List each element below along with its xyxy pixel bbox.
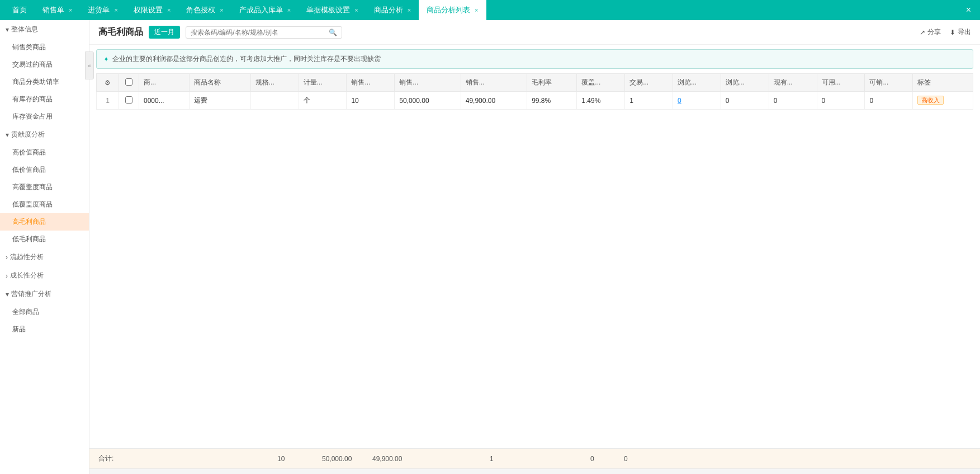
col-trade: 交易... bbox=[625, 74, 673, 92]
sidebar-item-sales-goods[interactable]: 销售类商品 bbox=[0, 39, 89, 56]
nav-product-analysis[interactable]: 商品分析 × bbox=[366, 0, 419, 20]
nav-close-permission[interactable]: × bbox=[167, 7, 171, 13]
row-spec bbox=[250, 92, 299, 110]
sidebar-item-stock-goods[interactable]: 有库存的商品 bbox=[0, 91, 89, 108]
content-area: 高毛利商品 近一月 🔍 ↗ 分享 ⬇ 导出 ✦ 企业的主要的利润都是这部分商品创… bbox=[89, 20, 980, 474]
sidebar-item-new-products[interactable]: 新品 bbox=[0, 321, 89, 338]
nav-close-sales[interactable]: × bbox=[69, 7, 72, 13]
nav-permission-settings[interactable]: 权限设置 × bbox=[126, 0, 178, 20]
row-browse1[interactable]: 0 bbox=[673, 92, 721, 110]
chevron-down-icon-2: ▾ bbox=[6, 131, 9, 139]
nav-close-analysis-list[interactable]: × bbox=[475, 7, 478, 13]
nav-close-template[interactable]: × bbox=[354, 7, 358, 13]
sidebar-item-all-goods[interactable]: 全部商品 bbox=[0, 303, 89, 321]
footer-values: 10 50,000.00 49,900.00 1 0 0 bbox=[132, 455, 971, 463]
sidebar-item-high-margin[interactable]: 高毛利商品 bbox=[0, 213, 89, 231]
row-trade: 1 bbox=[625, 92, 673, 110]
sidebar: ▾ 整体信息 销售类商品 交易过的商品 商品分类助销率 有库存的商品 库存资金占… bbox=[0, 20, 89, 474]
export-button[interactable]: ⬇ 导出 bbox=[950, 27, 971, 37]
col-current-stock: 现有... bbox=[769, 74, 817, 92]
nav-template-settings[interactable]: 单据模板设置 × bbox=[299, 0, 366, 20]
time-filter-button[interactable]: 近一月 bbox=[149, 26, 180, 39]
footer-totals: 合计: 10 50,000.00 49,900.00 1 0 0 bbox=[89, 448, 980, 468]
chevron-right-icon-2: › bbox=[6, 272, 8, 280]
row-available: 0 bbox=[817, 92, 865, 110]
nav-close-inbound[interactable]: × bbox=[287, 7, 291, 13]
sidebar-group-contribution[interactable]: ▾ 贡献度分析 bbox=[0, 125, 89, 144]
footer-current-stock: 0 bbox=[586, 455, 619, 463]
row-saleable: 0 bbox=[865, 92, 913, 110]
sidebar-item-inventory-capital[interactable]: 库存资金占用 bbox=[0, 108, 89, 125]
footer-available: 0 bbox=[619, 455, 653, 463]
nav-close-purchase[interactable]: × bbox=[114, 7, 117, 13]
sidebar-group-growth[interactable]: › 成长性分析 bbox=[0, 266, 89, 285]
table-header-row: ⚙ 商... 商品名称 规格... 计量... 销售... 销售... 销售..… bbox=[97, 74, 973, 92]
col-tag: 标签 bbox=[913, 74, 973, 92]
col-browse1: 浏览... bbox=[673, 74, 721, 92]
row-checkbox[interactable] bbox=[119, 92, 139, 110]
col-unit: 计量... bbox=[299, 74, 347, 92]
col-browse2: 浏览... bbox=[721, 74, 769, 92]
row-sales-amount: 50,000.00 bbox=[395, 92, 461, 110]
sidebar-item-high-coverage[interactable]: 高覆盖度商品 bbox=[0, 179, 89, 196]
col-code: 商... bbox=[139, 74, 190, 92]
sidebar-group-overall-items: 销售类商品 交易过的商品 商品分类助销率 有库存的商品 库存资金占用 bbox=[0, 39, 89, 125]
nav-product-analysis-list[interactable]: 商品分析列表 × bbox=[419, 0, 486, 20]
select-all-checkbox[interactable] bbox=[125, 78, 132, 86]
row-unit: 个 bbox=[299, 92, 347, 110]
info-icon: ✦ bbox=[103, 55, 109, 63]
sidebar-item-low-coverage[interactable]: 低覆盖度商品 bbox=[0, 196, 89, 213]
row-num: 1 bbox=[97, 92, 119, 110]
nav-role-auth[interactable]: 角色授权 × bbox=[178, 0, 231, 20]
footer-sales-profit: 49,900.00 bbox=[368, 455, 418, 463]
sidebar-group-marketing[interactable]: ▾ 营销推广分析 bbox=[0, 285, 89, 303]
row-code: 0000... bbox=[139, 92, 190, 110]
row-coverage: 1.49% bbox=[577, 92, 625, 110]
chevron-down-icon: ▾ bbox=[6, 26, 9, 34]
data-table-container: ⚙ 商... 商品名称 规格... 计量... 销售... 销售... 销售..… bbox=[96, 73, 973, 448]
row-browse2: 0 bbox=[721, 92, 769, 110]
row-tag: 高收入 bbox=[913, 92, 973, 110]
search-box[interactable]: 🔍 bbox=[186, 26, 342, 39]
row-current-stock: 0 bbox=[769, 92, 817, 110]
content-header: 高毛利商品 近一月 🔍 ↗ 分享 ⬇ 导出 bbox=[89, 20, 980, 45]
nav-close-analysis[interactable]: × bbox=[408, 7, 411, 13]
col-spec: 规格... bbox=[250, 74, 299, 92]
sidebar-item-traded-goods[interactable]: 交易过的商品 bbox=[0, 56, 89, 73]
table-row: 1 0000... 运费 个 10 50,000.00 49,900.00 99… bbox=[97, 92, 973, 110]
sidebar-group-overall[interactable]: ▾ 整体信息 bbox=[0, 20, 89, 39]
footer-sales-amount: 50,000.00 bbox=[318, 455, 368, 463]
col-name: 商品名称 bbox=[190, 74, 250, 92]
sidebar-collapse-button[interactable]: « bbox=[85, 51, 94, 79]
sidebar-item-high-value[interactable]: 高价值商品 bbox=[0, 144, 89, 161]
nav-purchase-order[interactable]: 进货单 × bbox=[80, 0, 125, 20]
nav-close-role[interactable]: × bbox=[220, 7, 223, 13]
sidebar-group-trend[interactable]: › 流趋性分析 bbox=[0, 248, 89, 266]
search-icon[interactable]: 🔍 bbox=[329, 29, 337, 36]
nav-product-inbound[interactable]: 产成品入库单 × bbox=[231, 0, 299, 20]
sidebar-item-category-assist-rate[interactable]: 商品分类助销率 bbox=[0, 73, 89, 91]
sidebar-item-low-value[interactable]: 低价值商品 bbox=[0, 161, 89, 179]
row-name: 运费 bbox=[190, 92, 250, 110]
footer-trade: 1 bbox=[485, 455, 519, 463]
top-navigation: 首页 销售单 × 进货单 × 权限设置 × 角色授权 × 产成品入库单 × 单据… bbox=[0, 0, 980, 20]
col-saleable: 可销... bbox=[865, 74, 913, 92]
share-button[interactable]: ↗ 分享 bbox=[920, 27, 941, 37]
page-title: 高毛利商品 bbox=[98, 26, 143, 38]
col-settings[interactable]: ⚙ bbox=[97, 74, 119, 92]
col-gross-rate: 毛利率 bbox=[527, 74, 577, 92]
info-banner: ✦ 企业的主要的利润都是这部分商品创造的，可考虑加大推广，同时关注库存是不要出现… bbox=[96, 49, 973, 69]
nav-home[interactable]: 首页 bbox=[4, 0, 35, 20]
close-all-button[interactable]: × bbox=[962, 3, 976, 17]
footer-sales-qty: 10 bbox=[273, 455, 318, 463]
col-sales-qty: 销售... bbox=[347, 74, 395, 92]
search-input[interactable] bbox=[191, 29, 326, 36]
sidebar-item-low-margin[interactable]: 低毛利商品 bbox=[0, 231, 89, 248]
horizontal-scrollbar[interactable] bbox=[89, 468, 980, 474]
share-icon: ↗ bbox=[920, 29, 925, 36]
col-checkbox[interactable] bbox=[119, 74, 139, 92]
row-sales-qty: 10 bbox=[347, 92, 395, 110]
col-coverage: 覆盖... bbox=[577, 74, 625, 92]
row-gross-rate: 99.8% bbox=[527, 92, 577, 110]
nav-sales-order[interactable]: 销售单 × bbox=[35, 0, 80, 20]
